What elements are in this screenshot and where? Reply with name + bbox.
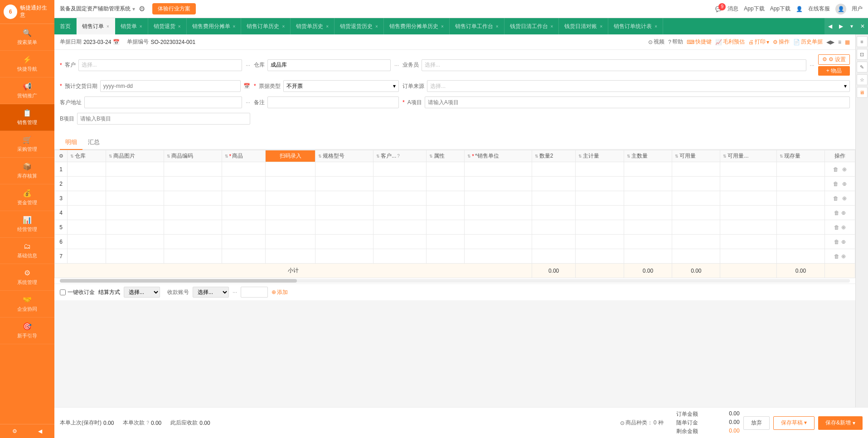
- tab-sales-return[interactable]: 销货退货 ×: [148, 18, 187, 34]
- cell-ccode-7[interactable]: [373, 249, 426, 264]
- cell-mqty-3[interactable]: [624, 191, 672, 206]
- cell-attr-1[interactable]: [426, 162, 465, 177]
- shortcut-action[interactable]: ⌨ 快捷键: [687, 38, 712, 46]
- tab-close-sales-fee[interactable]: ×: [233, 24, 236, 29]
- cell-av-1[interactable]: [672, 162, 720, 177]
- warehouse-select[interactable]: 成品库: [267, 59, 391, 71]
- calendar-icon[interactable]: 📅: [113, 39, 120, 45]
- row-delete-icon-6[interactable]: 🗑: [834, 239, 839, 245]
- cell-ccode-4[interactable]: [373, 206, 426, 220]
- cell-scan-6[interactable]: [266, 235, 315, 249]
- table-view-icon[interactable]: ▦: [845, 39, 850, 45]
- sidebar-settings-icon[interactable]: ⚙: [12, 428, 17, 434]
- warehouse-more-btn[interactable]: ···: [394, 62, 399, 68]
- cell-attr-2[interactable]: [426, 177, 465, 191]
- cell-product-1[interactable]: [222, 162, 266, 177]
- app-download-link[interactable]: App下载: [744, 5, 764, 13]
- cell-code-3[interactable]: [164, 191, 222, 206]
- print-action[interactable]: 🖨 打印 ▾: [748, 38, 769, 46]
- account-more-btn[interactable]: ···: [233, 289, 237, 295]
- tab-close-sales-goods[interactable]: ×: [140, 24, 142, 29]
- cell-spec-4[interactable]: [315, 206, 373, 220]
- cell-av2-1[interactable]: [720, 162, 776, 177]
- one-click-checkbox-label[interactable]: 一键收订金: [60, 289, 95, 296]
- tab-close-stats[interactable]: ×: [655, 24, 657, 29]
- cell-unit-5[interactable]: [465, 220, 532, 235]
- right-btn-star[interactable]: ☆: [857, 74, 868, 85]
- cell-unit-6[interactable]: [465, 235, 532, 249]
- tab-fee-history[interactable]: 销售费用分摊单历史 ×: [384, 18, 450, 34]
- cell-unit-3[interactable]: [465, 191, 532, 206]
- online-service-text[interactable]: 在线客服: [808, 5, 830, 13]
- right-btn-copy[interactable]: ⊡: [857, 49, 868, 60]
- tab-next-arrow[interactable]: ▶: [835, 18, 846, 34]
- settings-icon[interactable]: ⚙: [139, 5, 145, 13]
- sidebar-item-system[interactable]: ⚙ 系统管理: [0, 264, 54, 291]
- cell-image-7[interactable]: [106, 249, 164, 264]
- cell-warehouse-6[interactable]: [68, 235, 106, 249]
- cell-code-7[interactable]: [164, 249, 222, 264]
- cell-image-3[interactable]: [106, 191, 164, 206]
- cell-av2-5[interactable]: [720, 220, 776, 235]
- profit-action[interactable]: 📈 毛利预估: [715, 38, 745, 46]
- tab-expand-arrow[interactable]: ▾: [846, 18, 857, 34]
- sidebar-item-finance[interactable]: 💰 资金管理: [0, 184, 54, 211]
- sidebar-collapse-icon[interactable]: ◀: [38, 428, 42, 434]
- cell-product-2[interactable]: [222, 177, 266, 191]
- sidebar-item-operations[interactable]: 📊 经营管理: [0, 211, 54, 238]
- cell-qty2-6[interactable]: [532, 235, 576, 249]
- cell-cq-1[interactable]: [776, 162, 824, 177]
- tab-order-workbench[interactable]: 销售订单工作台 ×: [450, 18, 504, 34]
- cell-cq-3[interactable]: [776, 191, 824, 206]
- cell-attr-5[interactable]: [426, 220, 465, 235]
- grid-view-icon[interactable]: ≡: [838, 39, 841, 45]
- address-input[interactable]: [84, 96, 242, 108]
- cell-munit-7[interactable]: [576, 249, 624, 264]
- cell-munit-1[interactable]: [576, 162, 624, 177]
- cell-ccode-3[interactable]: [373, 191, 426, 206]
- tab-close-cash-workbench[interactable]: ×: [551, 24, 553, 29]
- cell-attr-7[interactable]: [426, 249, 465, 264]
- tab-close-sales-order[interactable]: ×: [107, 24, 109, 29]
- cell-av2-4[interactable]: [720, 206, 776, 220]
- cell-code-6[interactable]: [164, 235, 222, 249]
- customer-more-btn[interactable]: ···: [246, 62, 250, 68]
- cell-cq-4[interactable]: [776, 206, 824, 220]
- row-delete-icon-2[interactable]: 🗑: [833, 181, 839, 187]
- row-delete-icon-5[interactable]: 🗑: [834, 224, 839, 231]
- cell-av-7[interactable]: [672, 249, 720, 264]
- view-action[interactable]: ⊙ 视频: [648, 38, 664, 46]
- cell-product-5[interactable]: [222, 220, 266, 235]
- cell-spec-6[interactable]: [315, 235, 373, 249]
- staff-select[interactable]: 选择...: [422, 59, 806, 71]
- cell-spec-5[interactable]: [315, 220, 373, 235]
- cell-warehouse-2[interactable]: [68, 177, 106, 191]
- cell-product-7[interactable]: [222, 249, 266, 264]
- cell-mqty-2[interactable]: [624, 177, 672, 191]
- tab-prev-arrow[interactable]: ◀: [824, 18, 835, 34]
- one-click-checkbox[interactable]: [60, 289, 66, 295]
- cell-mqty-7[interactable]: [624, 249, 672, 264]
- cell-image-5[interactable]: [106, 220, 164, 235]
- a-project-input[interactable]: [425, 96, 850, 108]
- tab-sales-fee[interactable]: 销售费用分摊单 ×: [187, 18, 242, 34]
- cell-warehouse-5[interactable]: [68, 220, 106, 235]
- account-select[interactable]: 选择...: [193, 287, 229, 298]
- b-project-input[interactable]: [77, 113, 250, 125]
- cell-product-6[interactable]: [222, 235, 266, 249]
- tab-sales-order[interactable]: 销售订单 ×: [77, 18, 115, 34]
- cell-image-4[interactable]: [106, 206, 164, 220]
- cell-scan-1[interactable]: [266, 162, 315, 177]
- cell-av2-2[interactable]: [720, 177, 776, 191]
- help-action[interactable]: ? 帮助: [668, 38, 683, 46]
- row-delete-icon-1[interactable]: 🗑: [833, 166, 839, 173]
- table-scrollbar[interactable]: [60, 279, 850, 283]
- cell-cq-5[interactable]: [776, 220, 824, 235]
- cell-qty2-4[interactable]: [532, 206, 576, 220]
- cell-cq-6[interactable]: [776, 235, 824, 249]
- row-delete-icon-3[interactable]: 🗑: [833, 195, 839, 202]
- col-scan[interactable]: 扫码录入: [266, 150, 315, 162]
- sidebar-item-sales[interactable]: 📋 销售管理: [0, 104, 54, 131]
- cell-av2-6[interactable]: [720, 235, 776, 249]
- cell-attr-6[interactable]: [426, 235, 465, 249]
